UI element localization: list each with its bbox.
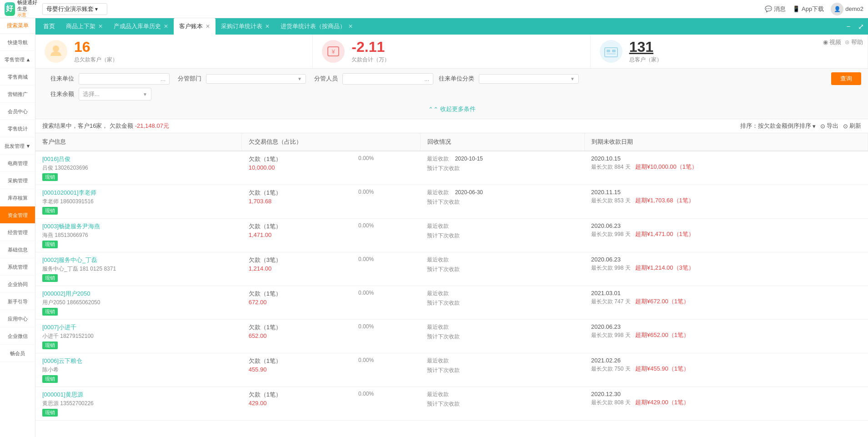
search-button[interactable]: 查询 [831, 72, 861, 85]
table-row: [0003]畅捷服务尹海燕 海燕 18513066976 现销 欠款（1笔） 1… [35, 219, 868, 252]
sidebar-item-purchase[interactable]: 采购管理 [0, 172, 35, 189]
overdue-link[interactable]: 超期¥429.00（1笔） [635, 399, 689, 406]
tab-home[interactable]: 首页 [38, 22, 60, 30]
overdue-link[interactable]: 超期¥652.00（1笔） [635, 332, 689, 338]
sidebar-item-quicknav[interactable]: 快捷导航 [0, 34, 35, 51]
store-selector[interactable]: 母婴行业演示账套 ▾ [42, 3, 107, 15]
tab-close-product-shelf[interactable]: ✕ [98, 24, 103, 29]
sidebar-item-vip[interactable]: 畅会员 [0, 345, 35, 362]
export-icon: ⊙ [820, 123, 825, 130]
table-container: 客户信息 欠交易信息（占比） 回收情况 到期未收款日期 [0016]吕俊 吕俊 … [35, 133, 868, 437]
sidebar-item-ecom[interactable]: 电商管理 [0, 155, 35, 172]
table-row: [0001020001]李老师 李老师 18600391516 现销 欠款（1笔… [35, 185, 868, 219]
filter-unit-cat[interactable]: ▼ [479, 74, 579, 84]
recent-pay-label: 最近收款 [427, 391, 577, 398]
filter-balance[interactable]: 选择... ▼ [79, 88, 151, 100]
sidebar-item-finance[interactable]: 资金管理 [0, 206, 35, 224]
recent-pay-label: 最近收款 [427, 222, 577, 230]
overdue-cell: 2020.06.23 最长欠款 998 天 超期¥1,471.00（1笔） [584, 219, 868, 252]
overdue-link[interactable]: 超期¥672.00（1笔） [635, 298, 689, 305]
tab-product-inbound[interactable]: 产成品入库单历史 ✕ [108, 18, 174, 35]
sidebar-item-system[interactable]: 系统管理 [0, 258, 35, 276]
video-link[interactable]: ◉ 视频 [823, 38, 842, 46]
filter-manager[interactable]: ... [342, 73, 433, 85]
sidebar-item-member[interactable]: 会员中心 [0, 103, 35, 120]
recent-pay-date: 2020-06-30 [455, 189, 483, 196]
sort-arrow-icon: ▾ [813, 123, 816, 130]
tabs-minimize-btn[interactable]: － [843, 22, 854, 31]
overdue-link[interactable]: 超期¥10,000.00（1笔） [635, 163, 697, 170]
tabs-right: － ⤢ [843, 22, 866, 31]
customer-name-link[interactable]: [0007]小进千 [42, 323, 235, 332]
top-bar: 好 畅捷通好生意 示意 母婴行业演示账套 ▾ 💬 消息 📱 App下载 👤 de… [0, 0, 868, 18]
overdue-link[interactable]: 超期¥1,703.68（1笔） [635, 197, 694, 204]
debt-amount: 429.00 [249, 400, 345, 407]
debt-count: 欠款（1笔） [249, 357, 345, 365]
svg-point-0 [53, 45, 59, 52]
next-pay-label: 预计下次收款 [427, 232, 577, 240]
customer-info-cell: [0016]吕俊 吕俊 13026203696 现销 [35, 151, 242, 185]
export-btn[interactable]: ⊙ 导出 [820, 122, 838, 130]
sidebar-item-retail-mgmt[interactable]: 零售管理 ▲ [0, 51, 35, 68]
recovery-cell: 最近收款 2020-06-30 预计下次收款 [420, 185, 584, 219]
sidebar-item-collab[interactable]: 企业协同 [0, 276, 35, 293]
customer-name-link[interactable]: [0003]畅捷服务尹海燕 [42, 222, 235, 231]
message-btn[interactable]: 💬 消息 [765, 5, 786, 13]
app-download-btn[interactable]: 📱 App下载 [793, 5, 824, 13]
sort-selector[interactable]: 排序：按欠款金额倒序排序 ▾ [740, 122, 816, 130]
debt-pct: 0.00% [358, 290, 413, 296]
help-link[interactable]: ⊙ 帮助 [845, 38, 863, 46]
sidebar-item-retail-stats[interactable]: 零售统计 [0, 120, 35, 137]
customer-name-link[interactable]: [0006]云下粮仓 [42, 357, 235, 365]
filter-collapse-btn[interactable]: ⌃⌃ 收起更多条件 [42, 103, 861, 115]
table-row: [0002]服务中心_丁磊 服务中心_丁磊 181 0125 8371 现销 欠… [35, 252, 868, 286]
tabs-maximize-btn[interactable]: ⤢ [856, 22, 866, 31]
sidebar-item-guide[interactable]: 新手引导 [0, 293, 35, 310]
sidebar-item-operations[interactable]: 经营管理 [0, 224, 35, 241]
tab-purchase-stats[interactable]: 采购订单统计表 ✕ [216, 18, 275, 35]
refresh-btn[interactable]: ⊙ 刷新 [843, 122, 861, 130]
overdue-link[interactable]: 超期¥455.90（1笔） [635, 365, 689, 372]
tab-customer-account[interactable]: 客户账本 ✕ [174, 18, 216, 35]
customer-name-link[interactable]: [000001]黄思源 [42, 391, 235, 399]
svg-rect-4 [607, 50, 610, 52]
sidebar: 搜索菜单 快捷导航 零售管理 ▲ 零售商城 营销推广 会员中心 零售统计 批发管… [0, 18, 35, 437]
sidebar-item-retail-mall[interactable]: 零售商城 [0, 68, 35, 85]
filter-dept[interactable]: ▼ [206, 74, 306, 84]
sidebar-item-wechat[interactable]: 企业微信 [0, 327, 35, 345]
customer-tag: 现销 [42, 375, 58, 383]
customer-info-cell: [0007]小进千 小进千 18279152100 现销 [35, 320, 242, 353]
customer-phone: 陈小希 [42, 366, 235, 374]
debt-total-num: -2.11 [351, 40, 390, 54]
overdue-date: 2020.12.30 [591, 391, 861, 397]
sidebar-item-inventory[interactable]: 库存核算 [0, 189, 35, 206]
customer-name-link[interactable]: [000002]用户2050 [42, 290, 235, 298]
tab-product-shelf[interactable]: 商品上下架 ✕ [60, 18, 108, 35]
tab-close-product-inbound[interactable]: ✕ [164, 24, 168, 29]
tab-close-customer-account[interactable]: ✕ [206, 24, 210, 29]
filter-from-unit[interactable]: ... [79, 73, 170, 85]
user-menu-btn[interactable]: 👤 demo2 [831, 3, 863, 15]
customer-name-link[interactable]: [0001020001]李老师 [42, 189, 235, 197]
filter-label-unit-cat: 往来单位分类 [438, 75, 474, 83]
debt-amount: 652.00 [249, 332, 345, 339]
sidebar-item-marketing[interactable]: 营销推广 [0, 85, 35, 103]
sidebar-item-wholesale[interactable]: 批发管理 ▼ [0, 137, 35, 155]
debt-count-cell: 欠款（1笔） 455.90 [242, 353, 351, 387]
next-pay-label: 预计下次收款 [427, 400, 577, 408]
tab-close-purchase-stats[interactable]: ✕ [265, 24, 270, 29]
tab-close-inbound-stats[interactable]: ✕ [348, 24, 353, 29]
recovery-cell: 最近收款 预计下次收款 [420, 286, 584, 320]
sidebar-search[interactable]: 搜索菜单 [0, 18, 35, 34]
filter-label-dept: 分管部门 [174, 75, 201, 83]
overdue-days: 最长欠款 998 天 超期¥1,214.00（3笔） [591, 264, 861, 272]
sidebar-item-basic[interactable]: 基础信息 [0, 241, 35, 258]
overdue-link[interactable]: 超期¥1,214.00（3笔） [635, 264, 694, 271]
customer-name-link[interactable]: [0016]吕俊 [42, 155, 235, 163]
tab-inbound-stats[interactable]: 进货单统计表（按商品） ✕ [275, 18, 358, 35]
debt-pct-cell: 0.00% [351, 320, 420, 353]
overdue-link[interactable]: 超期¥1,471.00（1笔） [635, 231, 694, 237]
recent-pay-label: 最近收款 [427, 357, 577, 365]
sidebar-item-apps[interactable]: 应用中心 [0, 310, 35, 327]
customer-name-link[interactable]: [0002]服务中心_丁磊 [42, 256, 235, 264]
